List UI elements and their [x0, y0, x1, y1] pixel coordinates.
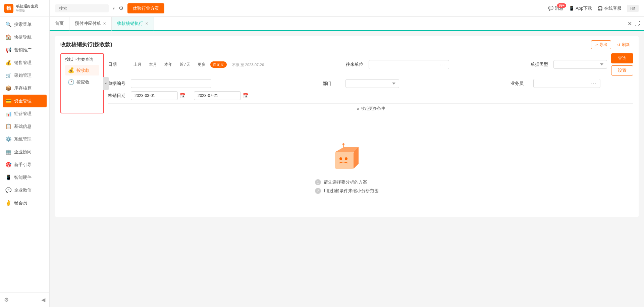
staff-dots[interactable]: ···: [591, 81, 597, 86]
sidebar-item-label: 采购管理: [14, 72, 32, 79]
sidebar-item-basic[interactable]: 📋 基础信息: [0, 120, 49, 133]
dept-select[interactable]: [345, 79, 399, 88]
sidebar-item-purchase[interactable]: 🛒 采购管理: [0, 69, 49, 82]
tab-prepay-close[interactable]: ✕: [103, 21, 106, 26]
right-eye: [345, 157, 347, 160]
sidebar-item-label: 系统管理: [14, 136, 32, 142]
main-content-wrapper: 收款核销执行(按收款) ↗ 导出 ↺ 刷新 按以下方案查询: [55, 36, 639, 217]
date-no-limit-wrapper: 不限 至 2023-07-26: [232, 62, 264, 67]
main-area: ▾ ⚙ 休验行业方案 💬 消息 99+ 📱 App下载 🎧 在线客服 Rit 首…: [50, 0, 644, 307]
topbar-search-input[interactable]: [55, 4, 109, 12]
date-last-month[interactable]: 上月: [131, 61, 144, 68]
date-this-year[interactable]: 本年: [162, 61, 175, 68]
filter-row-2: 单据编号 部门 业务员 ···: [108, 79, 633, 88]
app-icon: 📱: [569, 6, 574, 11]
date-more[interactable]: 更多: [195, 61, 208, 68]
date-7days[interactable]: 近7天: [177, 61, 193, 68]
filter-receivable-label: 按应收: [76, 79, 90, 85]
sidebar-item-search[interactable]: 🔍 搜索菜单: [0, 18, 49, 31]
query-btn[interactable]: 查询: [611, 53, 633, 63]
inventory-icon: 📦: [5, 85, 11, 91]
tabbar: 首页 预付冲应付单 ✕ 收款核销执行 ✕ ✕ ⛶: [50, 17, 644, 31]
sidebar-item-marketing[interactable]: 📢 营销推广: [0, 44, 49, 56]
date-this-month[interactable]: 本月: [146, 61, 160, 68]
sidebar-item-label: 快捷导航: [14, 34, 32, 40]
page-title: 收款核销执行(按收款): [60, 41, 112, 48]
sidebar-item-wechat[interactable]: 💬 企业微信: [0, 184, 49, 197]
hint-item-1: 1 请先选择要分析的方案: [315, 179, 378, 185]
refresh-btn[interactable]: ↺ 刷新: [614, 40, 633, 49]
scheme-selector: 按以下方案查询 💰 按收款 🕐 按应收 «: [60, 53, 104, 113]
tab-expand-icon[interactable]: ⛶: [635, 20, 640, 27]
scheme-title: 按以下方案查询: [65, 57, 99, 62]
collapse-conditions-btn[interactable]: ∧ 收起更多条件: [108, 103, 633, 113]
box-body: [335, 152, 354, 169]
chevron-up-icon: ∧: [357, 106, 360, 111]
filter-collapse-btn[interactable]: «: [103, 77, 109, 90]
topbar-message[interactable]: 💬 消息 99+: [548, 5, 564, 11]
enterprise-icon: 🏢: [5, 149, 11, 155]
sidebar-item-label: 畅会员: [14, 200, 27, 206]
bill-no-input[interactable]: [131, 79, 211, 88]
partner-dots[interactable]: ···: [440, 62, 445, 67]
bill-type-label: 单据类型: [531, 61, 549, 67]
search-icon: 🔍: [5, 21, 11, 28]
topbar-user[interactable]: Rit: [627, 5, 639, 12]
sidebar-item-quick-nav[interactable]: 🏠 快捷导航: [0, 31, 49, 44]
verify-date-start[interactable]: [131, 91, 178, 100]
tab-collect-close[interactable]: ✕: [145, 21, 148, 26]
filter-row-3: 核销日期 📅 — 📅: [108, 91, 633, 100]
empty-hints: 1 请先选择要分析的方案 2 用[过滤]条件来缩小分析范围: [315, 179, 378, 197]
app-label: App下载: [576, 5, 592, 11]
settings-bottom-icon[interactable]: ⚙: [3, 295, 10, 304]
topbar-app-download[interactable]: 📱 App下载: [569, 5, 592, 11]
staff-input-wrapper[interactable]: ···: [533, 79, 600, 88]
filter-by-receipt[interactable]: 💰 按收款: [65, 65, 99, 75]
topbar-chevron-icon[interactable]: ▾: [113, 6, 115, 11]
sidebar-menu: 🔍 搜索菜单 🏠 快捷导航 📢 营销推广 💰 销售管理 🛒 采购管理 📦 库存核…: [0, 17, 49, 292]
sidebar-item-guide[interactable]: 🎯 新手引导: [0, 158, 49, 171]
sidebar-item-enterprise[interactable]: 🏢 企业协同: [0, 146, 49, 158]
basic-icon: 📋: [5, 123, 11, 130]
tab-prepay[interactable]: 预付冲应付单 ✕: [69, 17, 112, 31]
sidebar-item-inventory[interactable]: 📦 库存核算: [0, 82, 49, 95]
sidebar-item-sales[interactable]: 💰 销售管理: [0, 56, 49, 69]
system-icon: ⚙️: [5, 136, 11, 142]
tab-collect[interactable]: 收款核销执行 ✕: [112, 17, 154, 31]
topbar-right: 💬 消息 99+ 📱 App下载 🎧 在线客服 Rit: [548, 5, 639, 12]
industry-btn[interactable]: 休验行业方案: [127, 3, 164, 13]
tab-collect-label: 收款核销执行: [117, 20, 143, 27]
sidebar-item-label: 资金管理: [14, 98, 32, 104]
sidebar-item-system[interactable]: ⚙️ 系统管理: [0, 133, 49, 146]
date-custom-badge[interactable]: 自定义: [210, 61, 227, 68]
sidebar-item-operation[interactable]: 📊 经营管理: [0, 107, 49, 120]
settings-btn[interactable]: 设置: [611, 65, 633, 75]
empty-svg: [330, 140, 364, 174]
topbar-gear-icon[interactable]: ⚙: [119, 5, 123, 11]
verify-date-start-cal-icon[interactable]: 📅: [180, 93, 185, 98]
filter-by-receivable[interactable]: 🕐 按应收: [65, 77, 99, 87]
tab-close-window-icon[interactable]: ✕: [628, 20, 632, 27]
refresh-label: 刷新: [622, 42, 630, 48]
sidebar-item-hardware[interactable]: 📱 智能硬件: [0, 171, 49, 184]
finance-icon: 💳: [5, 98, 11, 104]
partner-input-wrapper[interactable]: ···: [369, 60, 449, 69]
tab-actions: ✕ ⛶: [624, 17, 644, 30]
sidebar-item-finance[interactable]: 💳 资金管理: [3, 95, 47, 107]
sidebar-item-label: 经营管理: [14, 111, 32, 117]
topbar: ▾ ⚙ 休验行业方案 💬 消息 99+ 📱 App下载 🎧 在线客服 Rit: [50, 0, 644, 17]
verify-date-end[interactable]: [194, 91, 241, 100]
hint-num-1: 1: [315, 179, 321, 185]
bill-type-select[interactable]: [553, 60, 607, 69]
tab-home[interactable]: 首页: [50, 17, 69, 31]
verify-date-end-cal-icon[interactable]: 📅: [243, 93, 249, 98]
sidebar-item-member[interactable]: ✌️ 畅会员: [0, 197, 49, 209]
export-btn[interactable]: ↗ 导出: [591, 40, 611, 49]
left-eye: [339, 157, 342, 160]
collapse-sidebar-icon[interactable]: ◀: [40, 295, 47, 304]
page-header: 收款核销执行(按收款) ↗ 导出 ↺ 刷新: [55, 36, 639, 49]
home-icon: 🏠: [5, 34, 11, 40]
topbar-service[interactable]: 🎧 在线客服: [597, 5, 622, 11]
sidebar: 畅 畅捷通好生意 标准版 🔍 搜索菜单 🏠 快捷导航 📢 营销推广 💰 销售管理…: [0, 0, 50, 307]
service-icon: 🎧: [597, 6, 603, 11]
